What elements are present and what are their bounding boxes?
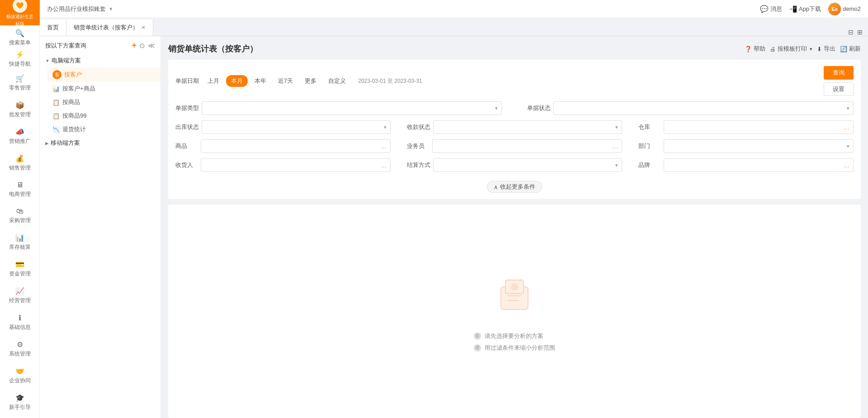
tab-sales-stats[interactable]: 销货单统计表（按客户） ✕ [66, 19, 153, 36]
page-title-row: 销货单统计表（按客户） ❓ 帮助 🖨 按模板打印 ▾ ⬇ 导出 [168, 43, 861, 54]
salesman-control[interactable]: … [432, 139, 622, 153]
filter-row-2: 出库状态 ▾ 收款状态 ▾ [175, 120, 854, 134]
setting-btn[interactable]: 设置 [824, 82, 854, 96]
print-dropdown-icon[interactable]: ▾ [810, 46, 812, 52]
username: demo2 [843, 5, 861, 12]
new-user-icon: 🎓 [15, 394, 24, 402]
finance-icon: 💳 [15, 260, 24, 269]
tip-num-1: ① [474, 332, 481, 340]
window-maximize-btn[interactable]: ⊞ [857, 28, 863, 36]
sidebar-item-retail-mgmt[interactable]: 🛒 零售管理 [0, 70, 39, 96]
date-tab-this-month[interactable]: 本月 [226, 75, 248, 87]
sidebar-item-search-menu[interactable]: 🔍 搜索菜单 [0, 25, 39, 48]
sidebar-item-enterprise-collab[interactable]: 🤝 企业协同 [0, 362, 39, 389]
dept-control[interactable]: ▾ [664, 139, 854, 153]
warehouse-dots: … [844, 124, 849, 131]
sidebar-item-label: 系统管理 [9, 350, 31, 358]
empty-tip-2: ② 用过滤条件来缩小分析范围 [474, 344, 555, 352]
sidebar-item-system[interactable]: ⚙ 系统管理 [0, 336, 39, 362]
customer-goods-icon: 📊 [52, 86, 60, 92]
left-panel: 按以下方案查询 + ⊙ ≪ ▼ 电脑端方案 客 按客户 [40, 36, 161, 418]
query-btn[interactable]: 查询 [824, 66, 854, 80]
sidebar-item-marketing[interactable]: 📣 营销推广 [0, 123, 39, 150]
tree-child-by-goods-99[interactable]: 📋 按商品99 [47, 109, 160, 123]
sidebar-item-label: 批发管理 [9, 111, 31, 119]
tree-mobile[interactable]: ▶ 移动端方案 [40, 136, 160, 150]
tree-child-by-customer-goods[interactable]: 📊 按客户+商品 [47, 82, 160, 95]
topbar-right: 💬 消息 📲 App下载 Ea demo2 [760, 3, 861, 15]
refresh-btn[interactable]: 🔄 刷新 [840, 45, 861, 53]
collab-icon: 🤝 [15, 367, 24, 375]
sidebar-item-wholesale-mgmt[interactable]: 📦 批发管理 [0, 96, 39, 123]
sidebar-item-purchase[interactable]: 🛍 采购管理 [0, 203, 39, 229]
goods-dots: … [381, 143, 387, 150]
tree-child-label: 按客户+商品 [62, 85, 95, 93]
salesman-label: 业务员 [407, 142, 429, 150]
app-download-btn[interactable]: 📲 App下载 [789, 5, 821, 13]
export-btn[interactable]: ⬇ 导出 [817, 45, 835, 53]
outbound-control[interactable]: ▾ [202, 120, 391, 134]
template-print-btn[interactable]: 🖨 按模板打印 ▾ [770, 45, 812, 53]
inventory-icon: 📊 [15, 233, 24, 242]
tab-close-btn[interactable]: ✕ [141, 24, 146, 31]
tree-children-desktop: 客 按客户 📊 按客户+商品 📋 按商品 📋 按商品99 [40, 67, 160, 136]
sidebar-item-label: 企业协同 [9, 377, 31, 385]
filter-item-goods: 商品 … [175, 139, 391, 153]
sidebar-item-ecommerce[interactable]: 🖥 电商管理 [0, 176, 39, 203]
brand-control[interactable]: … [664, 158, 854, 172]
returns-icon: 📉 [52, 126, 60, 133]
filter-row-3: 商品 … 业务员 … [175, 139, 854, 153]
settlement-control[interactable]: ▾ [433, 158, 622, 172]
doc-status-control[interactable]: ▾ [553, 101, 854, 115]
date-range: 2023-03-01 至 2023-03-31 [358, 77, 422, 85]
tree-desktop[interactable]: ▼ 电脑端方案 [40, 54, 160, 67]
sidebar-item-sales-mgmt[interactable]: 💰 销售管理 [0, 150, 39, 176]
messages-btn[interactable]: 💬 消息 [760, 5, 782, 13]
date-tab-custom[interactable]: 自定义 [323, 75, 351, 87]
sidebar-item-finance[interactable]: 💳 资金管理 [0, 256, 39, 282]
topbar-left: 办公用品行业模拟账套 ▾ [47, 5, 113, 13]
date-tab-7days[interactable]: 近7天 [273, 75, 298, 87]
payment-control[interactable]: ▾ [433, 120, 622, 134]
collapse-panel-btn[interactable]: ≪ [148, 42, 155, 50]
warehouse-control[interactable]: … [664, 120, 854, 134]
user-menu[interactable]: Ea demo2 [828, 3, 861, 15]
left-panel-title: 按以下方案查询 [45, 42, 86, 50]
receiver-control[interactable]: … [201, 158, 391, 172]
sidebar-item-label: 搜索菜单 [9, 39, 31, 47]
doc-type-arrow: ▾ [495, 105, 498, 111]
filter-item-receiver: 收货人 … [175, 158, 391, 172]
date-tab-more[interactable]: 更多 [300, 75, 321, 87]
tree-collapse-icon: ▶ [45, 141, 49, 146]
tree-child-by-goods[interactable]: 📋 按商品 [47, 95, 160, 109]
doc-type-control[interactable]: ▾ [202, 101, 502, 115]
edit-scheme-btn[interactable]: ⊙ [139, 42, 145, 50]
date-tab-this-year[interactable]: 本年 [250, 75, 271, 87]
filter-row-1: 单据类型 ▾ 单据状态 ▾ [175, 101, 854, 115]
sidebar-item-app-center[interactable]: 📱 应用中心 [0, 416, 39, 418]
receiver-dots: … [381, 162, 387, 169]
collapse-btn[interactable]: ∧ 收起更多条件 [487, 181, 542, 193]
sidebar-item-inventory[interactable]: 📊 库存核算 [0, 229, 39, 256]
sales-stats-tab-label: 销货单统计表（按客户） [74, 24, 138, 32]
sidebar-item-ops[interactable]: 📈 经营管理 [0, 282, 39, 309]
help-btn[interactable]: ❓ 帮助 [745, 45, 765, 53]
topbar-dropdown-icon[interactable]: ▾ [109, 5, 113, 12]
brand-label: 品牌 [638, 161, 661, 169]
payment-arrow: ▾ [615, 124, 618, 130]
sidebar-item-label: 新手引导 [9, 404, 31, 411]
sidebar-item-new-user[interactable]: 🎓 新手引导 [0, 389, 39, 416]
salesman-dots: … [612, 143, 618, 150]
sidebar-item-basic-info[interactable]: ℹ 基础信息 [0, 309, 39, 336]
goods-control[interactable]: … [201, 139, 391, 153]
tree-child-by-customer[interactable]: 客 按客户 [47, 67, 160, 82]
tab-home[interactable]: 首页 [40, 19, 66, 36]
date-tab-last-month[interactable]: 上月 [203, 75, 224, 87]
add-scheme-btn[interactable]: + [132, 41, 137, 50]
export-label: 导出 [824, 45, 835, 53]
window-minimize-btn[interactable]: ⊟ [848, 28, 854, 36]
sidebar-item-quick-nav[interactable]: ⚡ 快捷导航 [0, 48, 39, 70]
tree-child-returns[interactable]: 📉 退货统计 [47, 123, 160, 136]
filter-item-warehouse: 仓库 … [638, 120, 854, 134]
sidebar: 🧡 畅捷通好生意 标版 🔍 搜索菜单 ⚡ 快捷导航 🛒 零售管理 📦 批发管理 … [0, 0, 40, 418]
